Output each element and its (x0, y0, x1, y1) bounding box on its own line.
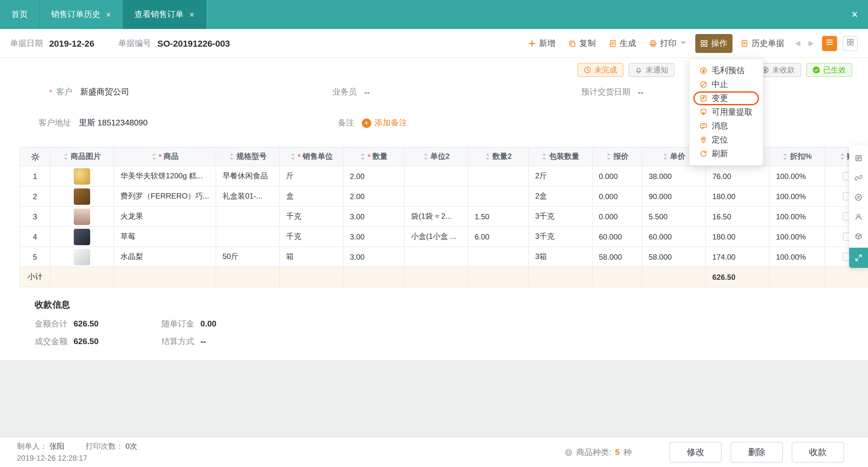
menu-item-label: 毛利预估 (712, 65, 744, 76)
column-header-package-qty[interactable]: 包装数量 (529, 148, 592, 166)
row-index: 5 (20, 247, 51, 267)
table-row[interactable]: 2费列罗（FERRERO）巧...礼盒装01-...盒2.002盒0.00090… (20, 187, 868, 207)
subtotal-label: 小计 (20, 267, 51, 287)
menu-item-stop[interactable]: 中止 (693, 77, 759, 91)
column-header-spec[interactable]: 规格型号 (216, 148, 280, 166)
column-header-product[interactable]: *商品 (114, 148, 216, 166)
list-circle-icon[interactable] (849, 187, 868, 207)
column-header-discount[interactable]: 折扣% (770, 148, 825, 166)
package-icon[interactable] (849, 226, 868, 246)
table-row[interactable]: 1华美华夫软饼1200g 糕...早餐休闲食品斤2.002斤0.00038.00… (20, 166, 868, 187)
menu-item-estimate[interactable]: 毛利预估 (693, 64, 759, 77)
creator-value: 张阳 (50, 442, 65, 450)
generate-button[interactable]: 生成 (604, 34, 641, 53)
modify-button[interactable]: 修改 (670, 442, 722, 463)
print-button[interactable]: 打印 (644, 34, 692, 53)
row-index: 4 (20, 227, 51, 247)
menu-item-message[interactable]: 消息 (693, 119, 759, 133)
sort-icon[interactable] (151, 153, 157, 161)
product-thumbnail[interactable] (74, 249, 90, 265)
subtotal-amount: 626.50 (706, 267, 770, 287)
badge-label: 未收款 (772, 65, 795, 75)
sort-icon[interactable] (423, 153, 428, 161)
total-amount-label: 金额合计 (35, 318, 71, 330)
product-thumbnail[interactable] (74, 188, 90, 205)
sort-icon[interactable] (662, 153, 668, 161)
product-thumbnail[interactable] (74, 168, 90, 184)
menu-item-refresh[interactable]: 刷新 (693, 147, 759, 161)
delete-button[interactable]: 删除 (731, 442, 783, 463)
column-header-quantity2[interactable]: 数量2 (468, 148, 529, 166)
cell-unit-price: 60.000 (642, 227, 706, 247)
sort-icon[interactable] (839, 153, 845, 161)
user-icon[interactable] (849, 207, 868, 226)
link-icon[interactable] (849, 168, 868, 187)
operate-button[interactable]: 操作 (695, 34, 733, 53)
close-icon[interactable]: × (189, 10, 194, 19)
column-header-sales-unit[interactable]: *销售单位 (280, 148, 344, 166)
menu-item-label: 刷新 (712, 148, 728, 159)
expand-icon[interactable] (849, 248, 868, 268)
next-record-arrow[interactable]: ▶ (806, 39, 816, 47)
cell-quote: 58.000 (592, 247, 642, 267)
sort-icon[interactable] (541, 153, 547, 161)
menu-item-change[interactable]: 变更 (693, 91, 759, 105)
table-row[interactable]: 4草莓千克3.00小盒(1小盒 ...6.003千克60.00060.00018… (20, 227, 868, 247)
sort-icon[interactable] (485, 153, 490, 161)
add-button[interactable]: 新增 (523, 34, 560, 53)
cell-product: 费列罗（FERRERO）巧... (114, 187, 216, 207)
bell-icon (635, 66, 642, 74)
table-row[interactable]: 5水晶梨50斤箱3.003箱58.00058.000174.00100.00% (20, 247, 868, 267)
cell-package-qty: 3箱 (529, 247, 592, 267)
sort-icon[interactable] (229, 153, 235, 161)
menu-item-extract[interactable]: 可用量提取 (693, 105, 759, 119)
subtotal-cell (592, 267, 642, 287)
required-asterisk: * (298, 152, 300, 161)
form-icon[interactable] (849, 148, 868, 168)
salesman-label: 业务员 (332, 86, 357, 98)
sort-icon[interactable] (63, 153, 69, 161)
customer-value: 新盛商贸公司 (80, 86, 129, 98)
cell-package-qty: 2斤 (529, 166, 592, 187)
salesman-field: 业务员 -- (332, 86, 370, 98)
grid-view-button[interactable] (843, 36, 858, 51)
column-header-unit2[interactable]: 单位2 (405, 148, 468, 166)
column-settings-gear-icon[interactable] (31, 152, 39, 161)
tab-home[interactable]: 首页 (0, 0, 40, 29)
cell-product-image (51, 166, 114, 187)
copy-button[interactable]: 复制 (563, 34, 601, 53)
list-view-button[interactable] (822, 36, 837, 51)
add-remark-button[interactable]: + 添加备注 (362, 117, 407, 129)
product-thumbnail[interactable] (74, 208, 90, 225)
menu-item-label: 消息 (712, 120, 728, 132)
close-icon[interactable]: × (106, 10, 111, 19)
sort-icon[interactable] (606, 153, 612, 161)
product-thumbnail[interactable] (74, 228, 90, 245)
column-header-quantity[interactable]: *数量 (344, 148, 405, 166)
sort-icon[interactable] (290, 153, 296, 161)
tab-view-sales-order[interactable]: 查看销售订单 × (123, 0, 206, 29)
sort-icon[interactable] (360, 153, 366, 161)
column-header-row-settings[interactable] (20, 148, 51, 166)
column-label: 单价 (670, 151, 685, 162)
payment-row: 金额合计 626.50 随单订金 0.00 (35, 318, 216, 330)
doc-no-value: SO-20191226-003 (157, 38, 230, 48)
close-icon[interactable]: × (841, 8, 868, 21)
customer-field: * 客户 新盛商贸公司 (49, 86, 129, 98)
table-row[interactable]: 3火龙果千克3.00袋(1袋 ≈ 2...1.503千克0.0005.50016… (20, 207, 868, 227)
column-header-product-image[interactable]: 商品图片 (51, 148, 114, 166)
list-view-icon (826, 38, 833, 48)
row-index: 1 (20, 166, 51, 187)
tab-sales-order-history[interactable]: 销售订单历史 × (40, 0, 123, 29)
prev-record-arrow[interactable]: ◀ (793, 39, 803, 47)
tab-label: 查看销售订单 (134, 9, 183, 20)
column-header-quote[interactable]: 报价 (592, 148, 642, 166)
customer-address-field: 客户地址 里斯 18512348090 (38, 117, 148, 129)
menu-item-locate[interactable]: 定位 (693, 133, 759, 147)
history-button[interactable]: 历史单据 (736, 34, 789, 53)
receive-payment-button[interactable]: 收款 (792, 442, 844, 463)
sku-count-unit: 种 (623, 446, 631, 458)
goods-count-icon (565, 448, 572, 456)
sort-icon[interactable] (782, 153, 788, 161)
cell-amount: 76.00 (706, 166, 770, 187)
